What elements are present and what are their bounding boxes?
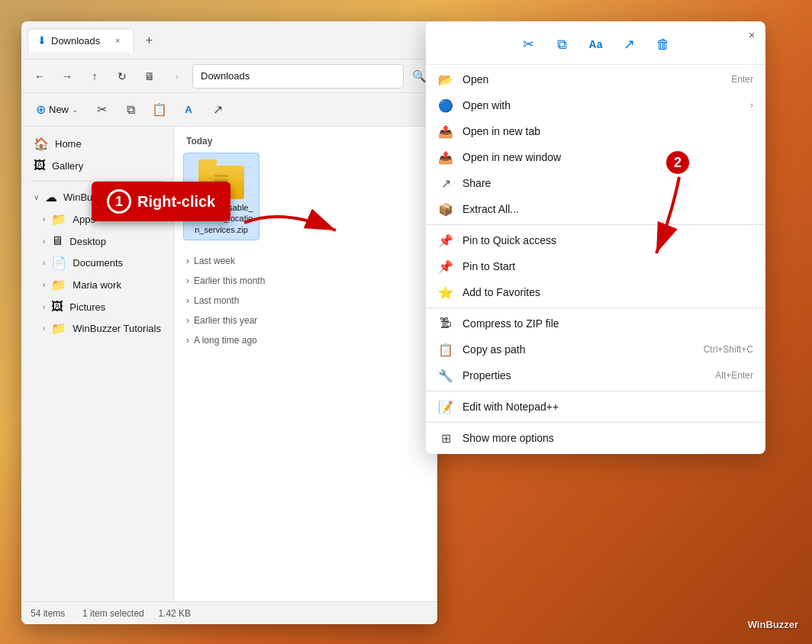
- ctx-share-icon: ↗: [438, 175, 453, 191]
- ctx-notepadpp-icon: 📝: [438, 399, 453, 414]
- zip-line-1: [214, 175, 228, 177]
- ctx-pin-quickaccess[interactable]: 📌 Pin to Quick access: [426, 227, 765, 253]
- ctx-show-more[interactable]: ⊞ Show more options: [426, 425, 765, 451]
- date-group-lastmonth[interactable]: › Last month: [183, 292, 428, 309]
- ctx-open-newtab[interactable]: 📤 Open in new tab: [426, 118, 765, 144]
- sidebar-label-gallery: Gallery: [52, 160, 83, 172]
- ctx-compress-icon: 🗜: [438, 316, 453, 331]
- watermark: WinBuzzer: [748, 619, 798, 630]
- ctx-pinstart-label: Pin to Start: [462, 260, 753, 272]
- date-group-earlierthismonth[interactable]: › Earlier this month: [183, 272, 428, 289]
- collapse-arrow-lastmonth: ›: [186, 295, 189, 306]
- sidebar-item-home[interactable]: 🏠 Home: [24, 133, 170, 155]
- collapse-arrow-earlierthisyear: ›: [186, 315, 189, 326]
- sidebar-item-desktop[interactable]: › 🖥 Desktop: [24, 230, 170, 252]
- ctx-extract-all[interactable]: 📦 Extract All...: [426, 196, 765, 222]
- address-bar[interactable]: Downloads: [192, 64, 404, 89]
- ctx-properties[interactable]: 🔧 Properties Alt+Enter: [426, 362, 765, 388]
- ctx-newwindow-icon: 📤: [438, 150, 453, 165]
- sidebar-item-tutorials[interactable]: › 📁 WinBuzzer Tutorials: [24, 317, 170, 340]
- sidebar-item-gallery[interactable]: 🖼 Gallery: [24, 155, 170, 176]
- ctx-openwith-icon: 🔵: [438, 98, 453, 113]
- ctx-cut-button[interactable]: ✂: [514, 31, 544, 58]
- gallery-icon: 🖼: [34, 159, 46, 172]
- ctx-favorites-icon: ⭐: [438, 285, 453, 300]
- tab-close-button[interactable]: ×: [111, 34, 124, 47]
- annotation-text: Right-click: [137, 193, 215, 211]
- ctx-separator-1: [426, 224, 765, 225]
- sidebar-item-mariawork[interactable]: › 📁 Maria work: [24, 274, 170, 296]
- ctx-edit-notepadpp[interactable]: 📝 Edit with Notepad++: [426, 394, 765, 420]
- expand-arrow-winbuzzer: ∨: [34, 193, 39, 201]
- date-group-lastweek[interactable]: › Last week: [183, 253, 428, 269]
- ctx-open-newwindow[interactable]: 📤 Open in new window: [426, 144, 765, 170]
- date-group-longtimeago[interactable]: › A long time ago: [183, 332, 428, 349]
- ctx-delete-button[interactable]: 🗑: [648, 31, 678, 58]
- ctx-open-shortcut: Enter: [731, 74, 753, 85]
- expand-arrow-apps: ›: [43, 215, 45, 224]
- annotation-arrow: [237, 200, 343, 246]
- sidebar-item-pictures[interactable]: › 🖼 Pictures: [24, 296, 170, 317]
- ctx-copy-button[interactable]: ⧉: [547, 31, 578, 58]
- pictures-icon: 🖼: [51, 300, 63, 314]
- ctx-share[interactable]: ↗ Share: [426, 170, 765, 196]
- sidebar-label-home: Home: [55, 138, 82, 150]
- nav-separator: ›: [165, 64, 189, 89]
- new-button[interactable]: ⊕ New ⌄: [27, 98, 86, 121]
- status-size-separator: [149, 608, 154, 619]
- ctx-showmore-icon: ⊞: [438, 430, 453, 446]
- rename-button[interactable]: A: [175, 98, 202, 122]
- explorer-tab[interactable]: ⬇ Downloads ×: [27, 28, 134, 52]
- up-button[interactable]: ↑: [82, 64, 107, 89]
- ctx-pin-start[interactable]: 📌 Pin to Start: [426, 253, 765, 279]
- ctx-showmore-label: Show more options: [462, 432, 753, 444]
- status-separator: [71, 608, 76, 619]
- status-selected: 1 item selected: [82, 608, 144, 619]
- ctx-share-button[interactable]: ↗: [614, 31, 645, 58]
- ctx-newtab-label: Open in new tab: [462, 125, 753, 137]
- forward-button[interactable]: →: [55, 64, 79, 89]
- sidebar-label-tutorials: WinBuzzer Tutorials: [72, 323, 161, 334]
- ctx-openwith-label: Open with: [462, 99, 741, 111]
- ctx-open[interactable]: 📂 Open Enter: [426, 66, 765, 92]
- arrow-2: [641, 169, 702, 261]
- ctx-compress-zip[interactable]: 🗜 Compress to ZIP file: [426, 311, 765, 336]
- ctx-copypath-label: Copy as path: [462, 343, 694, 356]
- annotation-number-2: 2: [664, 149, 691, 176]
- paste-button[interactable]: 📋: [146, 98, 173, 122]
- nav-bar: ← → ↑ ↻ 🖥 › Downloads 🔍: [21, 60, 437, 93]
- new-dropdown-arrow: ⌄: [72, 105, 78, 114]
- ctx-extract-label: Extract All...: [462, 203, 753, 215]
- ctx-rename-button[interactable]: Aa: [581, 31, 611, 58]
- status-size: 1.42 KB: [158, 608, 191, 619]
- expand-arrow-desktop: ›: [43, 237, 45, 246]
- ctx-open-with[interactable]: 🔵 Open with ›: [426, 92, 765, 118]
- ctx-copypath-shortcut: Ctrl+Shift+C: [704, 344, 753, 355]
- ctx-icon-bar: ✂ ⧉ Aa ↗ 🗑: [426, 24, 765, 65]
- date-group-today: Today: [183, 136, 428, 147]
- date-group-earlierthisyear-label: Earlier this year: [194, 315, 257, 326]
- tab-label: Downloads: [51, 35, 100, 47]
- ctx-openwith-arrow: ›: [750, 100, 753, 111]
- sidebar-label-pictures: Pictures: [69, 301, 105, 313]
- ctx-separator-4: [426, 422, 765, 423]
- share-button[interactable]: ↗: [204, 98, 231, 122]
- copy-button[interactable]: ⧉: [117, 98, 144, 122]
- cut-button[interactable]: ✂: [88, 98, 115, 122]
- date-group-earlierthisyear[interactable]: › Earlier this year: [183, 312, 428, 329]
- annotation-number-1: 1: [107, 189, 131, 214]
- context-menu-close[interactable]: ×: [743, 26, 761, 44]
- sidebar-item-documents[interactable]: › 📄 Documents: [24, 252, 170, 274]
- date-group-earlierthismonth-label: Earlier this month: [194, 275, 265, 286]
- new-tab-button[interactable]: +: [137, 29, 160, 52]
- sidebar-label-mariawork: Maria work: [72, 279, 121, 291]
- ctx-add-favorites[interactable]: ⭐ Add to Favorites: [426, 279, 765, 305]
- ctx-copy-path[interactable]: 📋 Copy as path Ctrl+Shift+C: [426, 336, 765, 362]
- back-button[interactable]: ←: [27, 64, 52, 89]
- home-icon: 🏠: [34, 137, 49, 151]
- status-bar: 54 items 1 item selected 1.42 KB: [21, 601, 437, 624]
- ctx-properties-label: Properties: [462, 369, 706, 382]
- ctx-share-label: Share: [462, 177, 753, 189]
- collapse-arrow-lastweek: ›: [186, 256, 189, 266]
- refresh-button[interactable]: ↻: [110, 64, 134, 89]
